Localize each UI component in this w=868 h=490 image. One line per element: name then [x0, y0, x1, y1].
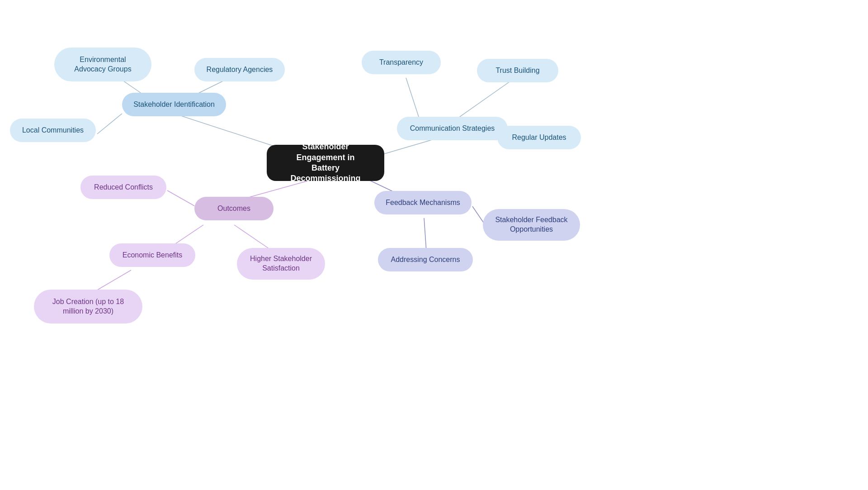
svg-line-3	[97, 114, 122, 134]
regulatory-label: Regulatory Agencies	[207, 65, 273, 75]
addressing-concerns-label: Addressing Concerns	[391, 255, 460, 265]
regular-updates-node: Regular Updates	[497, 126, 581, 149]
stakeholder-feedback-node: Stakeholder Feedback Opportunities	[483, 209, 580, 241]
economic-benefits-node: Economic Benefits	[109, 243, 195, 267]
reduced-conflicts-node: Reduced Conflicts	[80, 176, 166, 199]
stakeholder-id-label: Stakeholder Identification	[133, 100, 215, 109]
communication-strategies-node: Communication Strategies	[397, 117, 508, 140]
regulatory-agencies-node: Regulatory Agencies	[194, 58, 285, 81]
higher-satisfaction-label: Higher Stakeholder Satisfaction	[247, 254, 315, 273]
environmental-advocacy-node: Environmental Advocacy Groups	[54, 48, 151, 81]
outcomes-label: Outcomes	[217, 204, 250, 214]
transparency-label: Transparency	[379, 58, 423, 67]
center-node: Stakeholder Engagement in Battery Decomm…	[267, 145, 384, 181]
addressing-concerns-node: Addressing Concerns	[378, 248, 473, 271]
center-label: Stakeholder Engagement in Battery Decomm…	[281, 142, 370, 184]
transparency-node: Transparency	[362, 51, 441, 74]
svg-line-15	[424, 218, 426, 251]
trust-building-node: Trust Building	[477, 59, 558, 82]
job-creation-label: Job Creation (up to 18 million by 2030)	[44, 297, 132, 316]
reduced-conflicts-label: Reduced Conflicts	[94, 183, 153, 192]
higher-satisfaction-node: Higher Stakeholder Satisfaction	[237, 248, 325, 280]
stakeholder-feedback-label: Stakeholder Feedback Opportunities	[493, 215, 570, 234]
svg-line-9	[167, 190, 194, 206]
feedback-mechanisms-label: Feedback Mechanisms	[386, 198, 460, 208]
local-communities-label: Local Communities	[22, 126, 84, 135]
svg-line-5	[406, 78, 420, 122]
outcomes-node: Outcomes	[194, 197, 274, 220]
stakeholder-identification-node: Stakeholder Identification	[122, 93, 226, 116]
local-communities-node: Local Communities	[10, 119, 96, 142]
comm-strategies-label: Communication Strategies	[410, 124, 495, 133]
env-advocacy-label: Environmental Advocacy Groups	[64, 55, 142, 74]
trust-building-label: Trust Building	[495, 66, 539, 76]
feedback-mechanisms-node: Feedback Mechanisms	[374, 191, 472, 214]
regular-updates-label: Regular Updates	[512, 133, 566, 143]
economic-benefits-label: Economic Benefits	[123, 251, 183, 260]
job-creation-node: Job Creation (up to 18 million by 2030)	[34, 290, 142, 323]
